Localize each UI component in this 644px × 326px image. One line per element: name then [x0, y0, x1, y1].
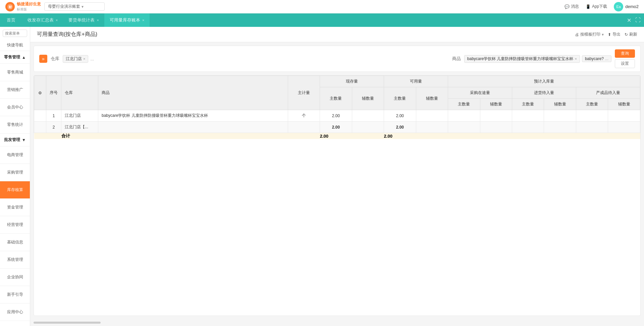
- row2-pending-aux: [544, 122, 576, 133]
- app-download-button[interactable]: 📱 App下载: [586, 4, 607, 9]
- row2-settings: [34, 122, 46, 133]
- page-header: 可用量查询(按仓库+商品) 🖨 按模板打印 ▾ ⬆ 导出 ↻ 刷新: [30, 27, 644, 42]
- refresh-label: 刷新: [629, 32, 637, 37]
- sidebar-item-system[interactable]: 系统管理: [0, 251, 30, 269]
- summary-empty7: [576, 133, 608, 139]
- export-button[interactable]: ⬆ 导出: [608, 32, 621, 37]
- sidebar-item-new-guide[interactable]: 新手引导: [0, 286, 30, 304]
- close-window-icon[interactable]: ✕: [627, 17, 631, 24]
- message-label: 消息: [571, 4, 579, 9]
- sidebar-item-inventory[interactable]: 库存核算: [0, 181, 30, 199]
- company-name: 母婴行业演示账套: [48, 4, 80, 9]
- row1-finished-aux: [608, 110, 640, 122]
- sidebar-item-member[interactable]: 会员中心: [0, 99, 30, 116]
- app-center-label: 应用中心: [7, 309, 23, 315]
- sidebar-item-app-center[interactable]: 应用中心: [0, 304, 30, 321]
- summary-row: 合计 2.00 2.00: [34, 133, 640, 139]
- warehouse-tag-close[interactable]: ×: [83, 57, 85, 61]
- summary-empty3: [448, 133, 480, 139]
- row2-finished-aux: [608, 122, 640, 133]
- tab-order-stat-label: 要货单统计表: [68, 17, 95, 23]
- inventory-label: 库存核算: [7, 187, 23, 193]
- sidebar-item-retail-stat[interactable]: 零售统计: [0, 116, 30, 134]
- product-tag-close[interactable]: ×: [575, 57, 577, 61]
- warehouse-ellipsis[interactable]: ...: [90, 56, 94, 61]
- product-tag-text: babycare学饮杯 儿童防摔防撞吸管杯重力球吸嘴杯宝宝水杯: [467, 56, 574, 62]
- product-tag2-text: babycare?: [585, 56, 604, 61]
- sidebar-item-marketing[interactable]: 营销推广: [0, 81, 30, 99]
- settings-button[interactable]: 设置: [615, 59, 635, 68]
- purchase-label: 采购管理: [7, 170, 23, 175]
- col-num-header: 序号: [46, 76, 61, 110]
- sidebar-item-operation[interactable]: 经营管理: [0, 216, 30, 234]
- query-button[interactable]: 查询: [615, 49, 635, 58]
- refresh-button[interactable]: ↻ 刷新: [625, 32, 637, 37]
- row2-stock-aux: [352, 122, 384, 133]
- row2-purchase-aux: [480, 122, 512, 133]
- retail-mall-label: 零售商城: [7, 69, 23, 75]
- app-download-label: App下载: [592, 4, 607, 9]
- tab-home[interactable]: 首页: [0, 13, 22, 27]
- tab-receive-summary[interactable]: 收发存汇总表 ×: [22, 13, 63, 27]
- message-button[interactable]: 💬 消息: [565, 4, 579, 9]
- horizontal-scrollbar[interactable]: [34, 322, 101, 324]
- sidebar-item-basic-info[interactable]: 基础信息: [0, 234, 30, 251]
- product-tags-area: babycare学饮杯 儿童防摔防撞吸管杯重力球吸嘴杯宝宝水杯 × babyca…: [464, 55, 611, 63]
- col-avail-main-header: 主数量: [384, 87, 416, 110]
- window-buttons: ✕ ⛶: [624, 17, 644, 24]
- maximize-window-icon[interactable]: ⛶: [635, 17, 641, 23]
- sidebar-item-enterprise-collab[interactable]: 企业协同: [0, 269, 30, 286]
- row2-num: 2: [46, 122, 61, 133]
- print-button[interactable]: 🖨 按模板打印 ▾: [575, 32, 604, 37]
- refresh-icon: ↻: [625, 32, 628, 37]
- sidebar-item-wholesale-mgmt[interactable]: 批发管理 ▼: [0, 134, 30, 146]
- summary-label: 合计: [61, 133, 320, 139]
- filter-action-buttons: 查询 设置: [615, 49, 635, 68]
- nav-tabs-bar: 首页 收发存汇总表 × 要货单统计表 × 可用量库存账本 × ✕ ⛶: [0, 13, 644, 27]
- row1-goods: babycare学饮杯 儿童防摔防撞吸管杯重力球吸嘴杯宝宝水杯: [98, 110, 288, 122]
- sidebar-item-purchase[interactable]: 采购管理: [0, 164, 30, 181]
- row2-pending-main: [512, 122, 544, 133]
- product-tag-babycare: babycare学饮杯 儿童防摔防撞吸管杯重力球吸嘴杯宝宝水杯 ×: [464, 55, 580, 63]
- warehouse-tag-text: 江北门店: [66, 56, 82, 62]
- tab-available-ledger-close[interactable]: ×: [142, 18, 144, 22]
- row1-avail-aux: [416, 110, 448, 122]
- row2-avail-aux: [416, 122, 448, 133]
- row1-pending-main: [512, 110, 544, 122]
- sidebar-item-enterprise-wechat[interactable]: 企业微信: [0, 321, 30, 326]
- marketing-label: 营销推广: [7, 87, 23, 93]
- page-actions: 🖨 按模板打印 ▾ ⬆ 导出 ↻ 刷新: [575, 32, 637, 37]
- user-area[interactable]: Ea demo2: [614, 2, 639, 11]
- export-icon: ⬆: [608, 32, 611, 37]
- summary-empty5: [512, 133, 544, 139]
- filter-expand-button[interactable]: »: [39, 55, 47, 63]
- col-pending-in-header: 进货待入量: [512, 87, 576, 99]
- search-input[interactable]: [3, 30, 27, 37]
- col-avail-aux-header: 辅数量: [416, 87, 448, 110]
- sidebar-item-quick-nav[interactable]: 快捷导航: [0, 40, 30, 51]
- tab-receive-summary-close[interactable]: ×: [56, 18, 58, 22]
- tab-order-stat-close[interactable]: ×: [97, 18, 99, 22]
- col-main-unit-header: 主计量: [288, 76, 320, 110]
- main-layout: 快捷导航 零售管理 ▲ 零售商城 营销推广 会员中心 零售统计 批发管理 ▼ 电…: [0, 27, 644, 326]
- member-label: 会员中心: [7, 104, 23, 110]
- content-area: 可用量查询(按仓库+商品) 🖨 按模板打印 ▾ ⬆ 导出 ↻ 刷新 »: [30, 27, 644, 326]
- col-current-stock-header: 现存量: [320, 76, 384, 87]
- summary-empty4: [480, 133, 512, 139]
- export-label: 导出: [612, 32, 621, 37]
- sidebar-item-ecommerce[interactable]: 电商管理: [0, 146, 30, 164]
- tab-order-stat[interactable]: 要货单统计表 ×: [63, 13, 104, 27]
- print-arrow-icon: ▾: [602, 32, 604, 37]
- user-name: demo2: [625, 4, 639, 9]
- table-row: 2 江北门店【... 2.00 2.00: [34, 122, 640, 133]
- logo-text-block: 畅捷通好生意 标准版: [17, 1, 41, 12]
- sidebar-item-retail-mall[interactable]: 零售商城: [0, 64, 30, 81]
- new-guide-label: 新手引导: [7, 292, 23, 297]
- col-finished-main-header: 主数量: [576, 99, 608, 110]
- company-selector[interactable]: 母婴行业演示账套 ▾: [44, 2, 105, 11]
- sidebar-item-finance[interactable]: 资金管理: [0, 199, 30, 216]
- logo-main-text: 畅捷通好生意: [17, 1, 41, 7]
- row1-warehouse: 江北门店: [61, 110, 98, 122]
- tab-available-ledger[interactable]: 可用量库存账本 ×: [104, 13, 150, 27]
- sidebar-item-retail-mgmt[interactable]: 零售管理 ▲: [0, 51, 30, 64]
